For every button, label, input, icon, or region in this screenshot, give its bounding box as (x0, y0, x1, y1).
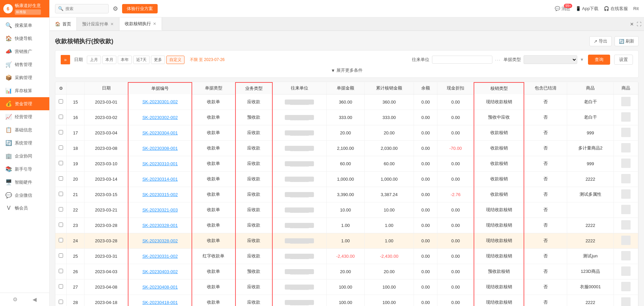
sidebar-bottom[interactable]: ⚙ ◀ (0, 293, 49, 306)
sidebar-item-wechat[interactable]: 💬企业微信 (0, 189, 49, 202)
col-voucher-type: 单据类型 (192, 82, 235, 94)
solution-button[interactable]: 体验行业方案 (122, 4, 158, 13)
row-checkbox[interactable] (55, 171, 67, 187)
row-no: 20 (67, 171, 85, 187)
tab-close-all-button[interactable]: ✕ (630, 21, 634, 27)
row-voucher-type: 收款单 (192, 171, 235, 187)
row-include-cleared: 否 (524, 110, 567, 125)
sidebar-item-member[interactable]: V畅会员 (0, 202, 49, 215)
this-year-button[interactable]: 本年 (118, 56, 132, 64)
sidebar-item-sales[interactable]: 🛒销售管理 (0, 58, 49, 71)
page-actions: ↗ 导出 🔄 刷新 (589, 36, 639, 46)
row-voucher-no: SK-20230310-001 (128, 156, 192, 171)
row-balance: 0.00 (414, 187, 437, 202)
sidebar-item-corp[interactable]: 🏢企业协同 (0, 149, 49, 163)
more-date-button[interactable]: 更多 (151, 56, 165, 64)
row-checkbox[interactable] (55, 233, 67, 248)
settings-icon[interactable]: ⚙ (13, 296, 17, 303)
tab-close-receivable[interactable]: ✕ (110, 22, 114, 26)
sidebar-item-search[interactable]: 🔍搜索菜单 (0, 19, 49, 32)
refresh-button[interactable]: 🔄 刷新 (614, 36, 639, 46)
settings-button[interactable]: 设置 (614, 55, 633, 65)
row-date: 2023-03-15 (84, 187, 128, 202)
tab-close-collection[interactable]: ✕ (153, 21, 156, 26)
row-checkbox[interactable] (55, 295, 67, 306)
row-checkbox[interactable] (55, 279, 67, 295)
sidebar-item-finance[interactable]: 💰资金管理 (0, 97, 49, 110)
col-amount: 单据金额 (327, 82, 365, 94)
partner-input[interactable] (432, 56, 492, 64)
row-checkbox[interactable] (55, 218, 67, 233)
row-total-amount: 100.00 (365, 279, 414, 295)
collapse-icon[interactable]: ◀ (33, 296, 37, 303)
sidebar-item-operation[interactable]: 📈经营管理 (0, 110, 49, 123)
username-display[interactable]: Rit (633, 6, 639, 11)
row-product: 2222 (567, 171, 614, 187)
topbar-gear-icon[interactable]: ⚙ (113, 5, 118, 12)
filter-expand-button[interactable]: » (61, 55, 70, 64)
row-checkbox[interactable] (55, 110, 67, 125)
row-offset-type: 现结收款核销 (474, 233, 524, 248)
last-month-button[interactable]: 上月 (87, 56, 101, 64)
row-partner: ██████ (272, 264, 327, 279)
sidebar-item-guide[interactable]: 📚新手引导 (0, 163, 49, 176)
sidebar-item-inventory[interactable]: 📊库存核算 (0, 84, 49, 97)
row-cash-discount: 0.00 (437, 218, 474, 233)
row-amount: 100.00 (327, 279, 365, 295)
row-checkbox[interactable] (55, 140, 67, 156)
tab-maximize-button[interactable]: ⛶ (637, 21, 641, 27)
basic-icon: 📋 (5, 127, 12, 133)
row-product-img (613, 171, 638, 187)
search-input[interactable] (65, 6, 99, 11)
sidebar-item-marketing[interactable]: 📣营销推广 (0, 45, 49, 58)
col-gear[interactable]: ⚙ (55, 82, 67, 94)
row-checkbox[interactable] (55, 187, 67, 202)
app-download-link[interactable]: 📱 App下载 (576, 6, 598, 12)
row-checkbox[interactable] (55, 248, 67, 264)
tab-home[interactable]: 🏠 首页 (50, 17, 77, 30)
tab-collection[interactable]: 收款核销执行 ✕ (119, 17, 162, 30)
table-row: 16 2023-03-02 SK-20230302-002 收款单 预收款 ██… (55, 110, 638, 125)
sidebar-item-system[interactable]: 🔄系统管理 (0, 136, 49, 149)
row-biz-type: 应收款 (235, 125, 272, 140)
sidebar-item-basic[interactable]: 📋基础信息 (0, 123, 49, 136)
row-checkbox[interactable] (55, 156, 67, 171)
row-include-cleared: 否 (524, 94, 567, 110)
partner-more-icon[interactable]: ··· (495, 57, 501, 62)
col-no (67, 82, 85, 94)
row-voucher-no: SK-20230302-002 (128, 110, 192, 125)
row-voucher-no: SK-20230301-002 (128, 94, 192, 110)
row-checkbox[interactable] (55, 125, 67, 140)
row-voucher-no: SK-20230418-001 (128, 295, 192, 306)
query-button[interactable]: 查询 (588, 55, 610, 65)
sidebar-item-hardware[interactable]: 🖥️智能硬件 (0, 176, 49, 189)
topbar-search-box[interactable]: 🔍 (55, 4, 109, 13)
tab-receivable[interactable]: 预计应应付单 ✕ (77, 17, 119, 30)
custom-date-button[interactable]: 自定义 (166, 56, 184, 64)
row-balance: 0.00 (414, 279, 437, 295)
row-balance: 0.00 (414, 156, 437, 171)
operation-icon: 📈 (5, 114, 12, 120)
row-checkbox[interactable] (55, 94, 67, 110)
row-no: 15 (67, 94, 85, 110)
voucher-type-select[interactable] (524, 55, 577, 64)
last-7days-button[interactable]: 近7天 (133, 56, 150, 64)
row-checkbox[interactable] (55, 264, 67, 279)
row-amount: 1,000.00 (327, 171, 365, 187)
export-button[interactable]: ↗ 导出 (589, 36, 612, 46)
table-row: 23 2023-03-28 SK-20230328-001 收款单 应收款 ██… (55, 218, 638, 233)
sidebar-item-purchase[interactable]: 📦采购管理 (0, 71, 49, 84)
page-title: 收款核销执行(按收款) (55, 37, 113, 45)
sidebar-item-quick-nav[interactable]: 🏠快捷导航 (0, 32, 49, 45)
row-voucher-no: SK-20230321-003 (128, 202, 192, 218)
message-button[interactable]: 💬 消息 99+ (555, 6, 570, 12)
row-checkbox[interactable] (55, 202, 67, 218)
row-no: 27 (67, 279, 85, 295)
expand-conditions-button[interactable]: ▼ 展开更多条件 (331, 67, 363, 73)
row-product: 测试多属性 (567, 187, 614, 202)
row-cash-discount: 0.00 (437, 279, 474, 295)
row-cash-discount: 0.00 (437, 264, 474, 279)
this-month-button[interactable]: 本月 (102, 56, 116, 64)
row-voucher-type: 收款单 (192, 264, 235, 279)
online-service-link[interactable]: 🎧 在线客服 (604, 6, 628, 12)
